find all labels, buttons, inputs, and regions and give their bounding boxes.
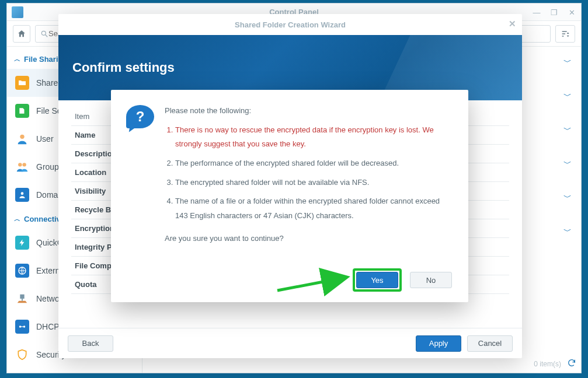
wizard-footer: Back Apply Cancel	[58, 328, 522, 358]
user-icon	[15, 132, 29, 146]
no-button[interactable]: No	[410, 272, 452, 288]
domain-icon	[15, 188, 29, 202]
shield-icon	[15, 348, 29, 362]
shared-folder-icon	[15, 76, 29, 90]
yes-highlight-annotation: Yes	[353, 268, 402, 292]
svg-line-1	[46, 34, 48, 37]
group-icon	[15, 160, 29, 174]
network-icon	[15, 292, 29, 306]
chevron-down-icon[interactable]: ﹀	[563, 226, 572, 237]
cancel-button[interactable]: Cancel	[467, 335, 513, 352]
sort-button[interactable]	[555, 25, 575, 43]
confirm-note-3: The encrypted shared folder will not be …	[175, 176, 452, 190]
svg-rect-7	[20, 295, 24, 299]
chevron-down-icon[interactable]: ﹀	[563, 91, 572, 102]
confirm-note-4: The name of a file or a folder within th…	[175, 194, 452, 223]
dhcp-icon	[15, 320, 29, 334]
chevron-up-icon: ︿	[14, 215, 20, 223]
sidebar-item-label: User	[36, 134, 54, 144]
refresh-button[interactable]	[567, 358, 576, 369]
home-icon	[17, 29, 26, 38]
svg-point-2	[20, 135, 24, 139]
globe-icon	[15, 264, 29, 278]
home-button[interactable]	[13, 25, 30, 43]
svg-point-4	[22, 163, 26, 166]
chevron-down-icon[interactable]: ﹀	[563, 192, 572, 203]
question-icon: ?	[126, 105, 154, 128]
sidebar-item-label: Group	[36, 162, 59, 172]
quickconnect-icon	[15, 236, 29, 250]
wizard-close-button[interactable]: ✕	[509, 19, 516, 29]
confirm-question: Are you sure you want to continue?	[165, 232, 452, 246]
confirm-dialog: ? Please note the following: There is no…	[111, 90, 468, 302]
sort-icon	[561, 29, 570, 38]
maximize-button[interactable]: ❐	[548, 6, 560, 18]
minimize-button[interactable]: —	[531, 6, 542, 18]
item-count: 0 item(s)	[534, 360, 561, 368]
svg-point-0	[41, 31, 46, 35]
confirm-note-2: The performance of the encrypted shared …	[175, 156, 452, 171]
confirm-intro: Please note the following:	[165, 104, 452, 118]
chevron-up-icon: ︿	[14, 55, 20, 64]
svg-rect-8	[22, 299, 23, 301]
svg-rect-11	[21, 326, 24, 327]
wizard-banner-title: Confirm settings	[72, 60, 175, 75]
wizard-titlebar: Shared Folder Creation Wizard ✕	[58, 14, 522, 35]
search-icon	[40, 30, 48, 38]
back-button[interactable]: Back	[68, 335, 113, 352]
yes-button[interactable]: Yes	[356, 272, 398, 288]
app-icon	[12, 6, 23, 18]
apply-button[interactable]: Apply	[416, 335, 461, 352]
wizard-title: Shared Folder Creation Wizard	[235, 20, 346, 29]
chevron-down-icon[interactable]: ﹀	[563, 125, 572, 135]
svg-point-5	[21, 192, 24, 195]
chevron-down-icon[interactable]: ﹀	[563, 57, 572, 68]
svg-point-3	[18, 163, 22, 166]
refresh-icon	[567, 358, 576, 368]
confirm-note-1: There is no way to rescue the encrypted …	[175, 123, 452, 152]
file-services-icon	[15, 104, 29, 118]
close-button[interactable]: ✕	[566, 6, 577, 18]
chevron-down-icon[interactable]: ﹀	[563, 159, 572, 169]
